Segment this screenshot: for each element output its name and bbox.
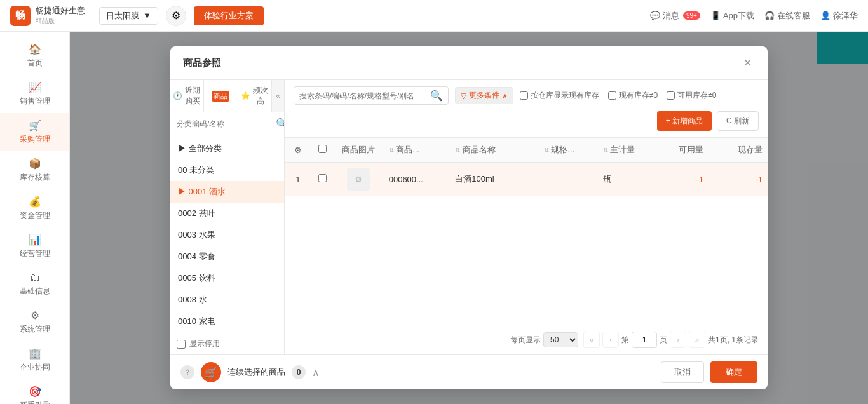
total-info: 共1页, 1条记录 xyxy=(708,335,759,346)
trial-button[interactable]: 体验行业方案 xyxy=(194,6,264,25)
warehouse-filter[interactable]: 按仓库显示现有库存 xyxy=(520,90,599,101)
sort-name-icon[interactable]: ⇅ xyxy=(455,147,460,154)
sidebar-item-inventory[interactable]: 📦 库存核算 xyxy=(0,151,69,189)
page-size-select[interactable]: 10 20 50 100 xyxy=(543,332,578,347)
table-settings-icon[interactable]: ⚙ xyxy=(294,145,302,155)
sidebar-label-guide: 新手引导 xyxy=(20,400,50,404)
cat-item-0001[interactable]: ▶ 0001 酒水 xyxy=(170,181,284,203)
store-select[interactable]: 日太阳膜 ▼ xyxy=(99,7,158,25)
prev-page-button[interactable]: ‹ xyxy=(602,332,619,348)
content-area: 商品参照 ✕ 🕐 近期购买 新品 xyxy=(70,32,868,404)
th-code-label: 商品... xyxy=(396,145,419,154)
avail-stock-checkbox[interactable] xyxy=(667,91,675,100)
row-checkbox[interactable] xyxy=(318,174,327,182)
cart-button[interactable]: 🛒 xyxy=(201,362,221,382)
message-icon: 💬 xyxy=(650,11,660,20)
product-search-input[interactable] xyxy=(299,91,426,100)
confirm-button[interactable]: 确定 xyxy=(710,361,757,383)
sidebar-item-operation[interactable]: 📊 经营管理 xyxy=(0,227,69,266)
category-search-icon[interactable]: 🔍 xyxy=(276,118,285,130)
cat-item-00[interactable]: 00 未分类 xyxy=(170,159,284,181)
logo-sub: 精品版 xyxy=(36,17,85,25)
add-product-button[interactable]: + 新增商品 xyxy=(657,111,712,131)
current-stock-checkbox[interactable] xyxy=(608,91,616,100)
star-icon: ⭐ xyxy=(241,91,250,100)
frequent-tab[interactable]: ⭐ 频次高 xyxy=(238,80,271,112)
page-unit: 页 xyxy=(660,335,667,346)
recent-tab-label: 近期购买 xyxy=(184,85,201,107)
sidebar-item-purchase[interactable]: 🛒 采购管理 xyxy=(0,113,69,151)
cat-item-0004[interactable]: 0004 零食 xyxy=(170,246,284,267)
search-icon[interactable]: 🔍 xyxy=(430,90,443,102)
row-unit: 瓶 xyxy=(598,163,649,196)
cancel-button[interactable]: 取消 xyxy=(661,361,704,383)
product-search-box: 🔍 xyxy=(294,86,449,105)
sales-icon: 📈 xyxy=(29,81,41,93)
show-disabled-label: 显示停用 xyxy=(189,339,220,349)
last-page-button[interactable]: » xyxy=(689,332,705,348)
purchase-icon: 🛒 xyxy=(29,119,41,131)
th-gear: ⚙ xyxy=(285,138,311,163)
next-page-button[interactable]: › xyxy=(670,332,686,348)
service-button[interactable]: 🎧 在线客服 xyxy=(764,10,810,22)
refresh-button[interactable]: C 刷新 xyxy=(717,111,759,131)
sidebar-item-finance[interactable]: 💰 资金管理 xyxy=(0,189,69,227)
sidebar-item-sales[interactable]: 📈 销售管理 xyxy=(0,75,69,113)
th-unit: ⇅ 主计量 xyxy=(598,138,649,163)
help-button[interactable]: ？ xyxy=(180,365,194,379)
sort-unit-icon[interactable]: ⇅ xyxy=(603,147,608,154)
sort-code-icon[interactable]: ⇅ xyxy=(389,147,394,154)
page-label: 第 xyxy=(621,335,629,346)
modal-header: 商品参照 ✕ xyxy=(170,46,768,80)
sidebar-item-home[interactable]: 🏠 首页 xyxy=(0,37,69,75)
settings-button[interactable]: ⚙ xyxy=(166,6,186,26)
frequent-tab-label: 频次高 xyxy=(252,85,269,107)
product-table-wrap: ⚙ 商品图片 xyxy=(285,138,768,325)
first-page-button[interactable]: « xyxy=(583,332,600,348)
message-label: 消息 xyxy=(663,10,679,22)
panel-collapse-button[interactable]: « xyxy=(271,80,284,112)
cat-0002-label: 0002 茶叶 xyxy=(178,208,215,219)
sidebar-item-guide[interactable]: 🎯 新手引导 xyxy=(0,379,69,404)
base-icon: 🗂 xyxy=(30,272,40,283)
message-badge: 99+ xyxy=(683,11,700,20)
sidebar-item-enterprise[interactable]: 🏢 企业协同 xyxy=(0,341,69,379)
table-row[interactable]: 1 🖼 xyxy=(285,163,768,196)
filter-button[interactable]: ▽ 更多条件 ∧ xyxy=(455,87,513,104)
headphone-icon: 🎧 xyxy=(764,11,775,20)
app-icon: 📱 xyxy=(710,11,721,20)
show-disabled-checkbox[interactable] xyxy=(177,340,186,349)
sidebar-item-base[interactable]: 🗂 基础信息 xyxy=(0,266,69,303)
warehouse-checkbox[interactable] xyxy=(520,91,528,100)
footer-collapse-button[interactable]: ∧ xyxy=(312,367,320,379)
message-button[interactable]: 💬 消息 99+ xyxy=(650,10,700,22)
user-menu[interactable]: 👤 徐泽华 xyxy=(820,10,858,22)
recent-purchase-tab[interactable]: 🕐 近期购买 xyxy=(170,80,203,112)
product-table: ⚙ 商品图片 xyxy=(285,138,768,196)
sort-spec-icon[interactable]: ⇅ xyxy=(544,147,549,154)
th-name: ⇅ 商品名称 xyxy=(450,138,538,163)
sidebar-item-system[interactable]: ⚙ 系统管理 xyxy=(0,303,69,341)
cat-0004-label: 0004 零食 xyxy=(178,251,215,262)
new-tab[interactable]: 新品 xyxy=(204,80,237,112)
avail-stock-label: 可用库存≠0 xyxy=(677,90,716,101)
app-download-button[interactable]: 📱 App下载 xyxy=(710,10,754,22)
cat-item-0002[interactable]: 0002 茶叶 xyxy=(170,203,284,224)
table-header-row: ⚙ 商品图片 xyxy=(285,138,768,163)
cat-item-0003[interactable]: 0003 水果 xyxy=(170,224,284,246)
page-number-input[interactable] xyxy=(632,332,657,348)
modal-close-button[interactable]: ✕ xyxy=(740,55,755,71)
category-search-input[interactable] xyxy=(177,119,272,128)
image-icon: 🖼 xyxy=(355,176,362,183)
new-icon: 新品 xyxy=(212,91,229,102)
pagination-bar: 每页显示 10 20 50 100 « ‹ xyxy=(285,325,768,354)
select-all-checkbox[interactable] xyxy=(318,145,327,153)
cat-item-0005[interactable]: 0005 饮料 xyxy=(170,267,284,289)
logo-icon: 畅 xyxy=(10,6,31,26)
avail-stock-filter[interactable]: 可用库存≠0 xyxy=(667,90,716,101)
sidebar-label-operation: 经营管理 xyxy=(20,248,50,259)
current-stock-filter[interactable]: 现有库存≠0 xyxy=(608,90,658,101)
cat-item-0008[interactable]: 0008 水 xyxy=(170,289,284,311)
cat-item-0010[interactable]: 0010 家电 xyxy=(170,311,284,332)
cat-item-all[interactable]: ▶ 全部分类 xyxy=(170,138,284,159)
